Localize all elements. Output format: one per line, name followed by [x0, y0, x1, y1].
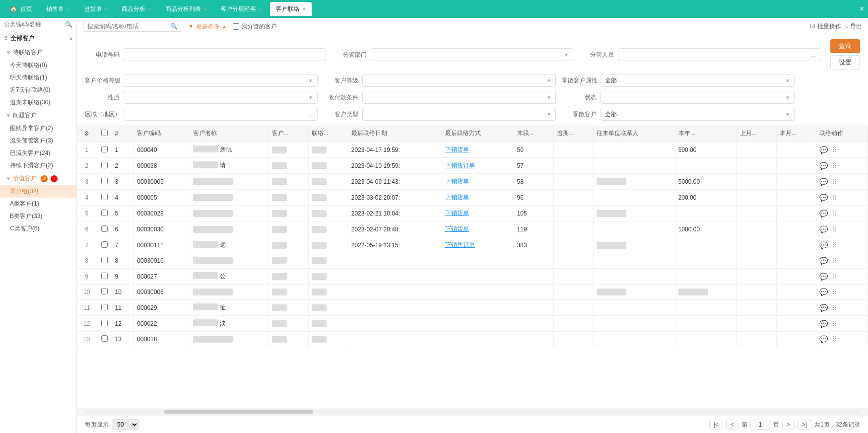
qr-icon[interactable]: ⠿ [832, 320, 837, 328]
page-size-select[interactable]: 50 100 200 [112, 419, 139, 430]
manager-ellipsis[interactable]: ... [811, 51, 816, 58]
row-checkbox[interactable] [101, 194, 108, 200]
qr-icon[interactable]: ⠿ [832, 225, 837, 233]
row-checkbox[interactable] [101, 304, 108, 310]
row-checkbox[interactable] [101, 257, 108, 263]
first-page-btn[interactable]: |< [709, 420, 723, 430]
sidebar-search-input[interactable] [4, 21, 63, 28]
tab-product-list[interactable]: 商品分析列表 × [159, 2, 213, 16]
tab-home[interactable]: 🏠 首页 [4, 2, 38, 16]
sidebar-item-today[interactable]: 今天待联络(0) [0, 59, 76, 72]
row-checkbox[interactable] [101, 288, 108, 294]
contact-method-link[interactable]: 下销货单 [445, 210, 469, 216]
all-customers-header[interactable]: ⠿ 全部客户 « [0, 31, 76, 46]
page-number-input[interactable] [750, 420, 770, 430]
filter-search-icon[interactable]: 🔍 [170, 23, 178, 30]
contact-method-link[interactable]: 下销售订单 [445, 241, 475, 248]
message-icon[interactable]: 💬 [819, 194, 828, 202]
qr-icon[interactable]: ⠿ [832, 288, 837, 296]
row-checkbox[interactable] [101, 320, 108, 326]
qr-icon[interactable]: ⠿ [832, 178, 837, 186]
query-button[interactable]: 查询 [830, 39, 860, 53]
tab-product-list-close[interactable]: × [204, 6, 207, 12]
row-checkbox[interactable] [101, 225, 108, 232]
col-settings[interactable]: ⚙ [77, 125, 97, 142]
qr-icon[interactable]: ⠿ [832, 162, 837, 170]
message-icon[interactable]: 💬 [819, 288, 828, 296]
sidebar-item-lost[interactable]: 已流失客户(24) [0, 147, 76, 159]
qr-icon[interactable]: ⠿ [832, 210, 837, 217]
sidebar-group-problem[interactable]: ▼ 问题客户 [0, 109, 76, 122]
tab-customer-segment-close[interactable]: × [259, 6, 262, 12]
tab-purchase[interactable]: 进货单 × [78, 2, 114, 16]
sidebar-item-overdue[interactable]: 逾期未联络(30) [0, 96, 76, 109]
qr-icon[interactable]: ⠿ [832, 304, 837, 312]
tab-customer-contact-close[interactable]: × [303, 6, 306, 12]
message-icon[interactable]: 💬 [819, 178, 828, 186]
next-page-btn[interactable]: > [782, 420, 795, 430]
qr-icon[interactable]: ⠿ [832, 335, 837, 343]
sidebar-item-warning[interactable]: 流失预警客户(3) [0, 135, 76, 147]
select-all-checkbox[interactable] [101, 130, 108, 136]
retail-customer-select[interactable]: 全部 ▼ [601, 108, 795, 121]
payment-select[interactable]: ▼ [362, 91, 556, 104]
tab-product-analysis-close[interactable]: × [148, 6, 151, 12]
sidebar-item-ungroup[interactable]: 未分组(32) [0, 185, 76, 198]
price-level-select[interactable]: ▼ [124, 74, 318, 87]
customer-level-select[interactable]: ▼ [362, 74, 556, 87]
qr-icon[interactable]: ⠿ [832, 273, 837, 281]
row-checkbox[interactable] [101, 335, 108, 342]
message-icon[interactable]: 💬 [819, 304, 828, 312]
message-icon[interactable]: 💬 [819, 162, 828, 170]
row-checkbox[interactable] [101, 210, 108, 216]
retail-attr-select[interactable]: 全部 ▼ [601, 74, 795, 87]
qr-icon[interactable]: ⠿ [832, 241, 837, 249]
sidebar-item-declining[interactable]: 持续下滑客户(2) [0, 159, 76, 172]
region-select[interactable]: ... [124, 108, 318, 121]
sidebar-item-b-class[interactable]: B类客户(33) [0, 210, 76, 222]
sidebar-group-pending[interactable]: ▼ 待联络客户 [0, 46, 76, 59]
row-checkbox[interactable] [101, 146, 108, 152]
sidebar-group-value[interactable]: ▼ 价值客户 ↺ ! [0, 172, 76, 185]
settings-icon[interactable]: ⚙ [84, 130, 89, 137]
message-icon[interactable]: 💬 [819, 210, 828, 217]
horizontal-scrollbar[interactable] [85, 410, 860, 414]
tab-purchase-close[interactable]: × [105, 6, 108, 12]
sidebar-search-icon[interactable]: 🔍 [65, 21, 72, 28]
batch-operation-btn[interactable]: ☑ 批量操作 [810, 22, 841, 31]
contact-method-link[interactable]: 下销货单 [445, 178, 469, 185]
manager-select[interactable]: ... [618, 48, 820, 61]
qr-icon[interactable]: ⠿ [832, 194, 837, 202]
status-select[interactable]: ▼ [601, 91, 795, 104]
phone-input[interactable] [124, 48, 326, 61]
qr-icon[interactable]: ⠿ [832, 257, 837, 265]
prev-page-btn[interactable]: < [726, 420, 738, 430]
tab-sales-close[interactable]: × [67, 6, 70, 12]
collapse-icon[interactable]: « [69, 36, 72, 41]
message-icon[interactable]: 💬 [819, 273, 828, 281]
message-icon[interactable]: 💬 [819, 335, 828, 343]
gender-select[interactable]: ▼ [124, 91, 318, 104]
message-icon[interactable]: 💬 [819, 241, 828, 249]
tab-customer-contact[interactable]: 客户联络 × [270, 2, 312, 16]
tab-customer-segment[interactable]: 客户分层经客 × [214, 2, 268, 16]
export-btn[interactable]: ↓ 导出 [845, 22, 862, 31]
sidebar-item-abnormal[interactable]: 囤购异常客户(2) [0, 122, 76, 135]
my-customers-check[interactable] [233, 23, 239, 30]
sidebar-item-c-class[interactable]: C类客户(6) [0, 222, 76, 235]
tab-product-analysis[interactable]: 商品分析 × [116, 2, 157, 16]
row-checkbox[interactable] [101, 178, 108, 184]
qr-icon[interactable]: ⠿ [832, 146, 837, 154]
reset-button[interactable]: 设置 [830, 55, 860, 70]
department-select[interactable]: ▼ [371, 48, 573, 61]
contact-method-link[interactable]: 下销售订单 [445, 162, 475, 169]
last-page-btn[interactable]: >| [798, 420, 811, 430]
scrollbar-thumb[interactable] [164, 410, 313, 414]
filter-more-btn[interactable]: ▼ 更多条件 ▲ [188, 22, 227, 31]
message-icon[interactable]: 💬 [819, 257, 828, 265]
message-icon[interactable]: 💬 [819, 320, 828, 328]
contact-method-link[interactable]: 下销货单 [445, 146, 469, 153]
row-checkbox[interactable] [101, 273, 108, 279]
tab-sales[interactable]: 销售单 × [40, 2, 76, 16]
row-checkbox[interactable] [101, 241, 108, 248]
